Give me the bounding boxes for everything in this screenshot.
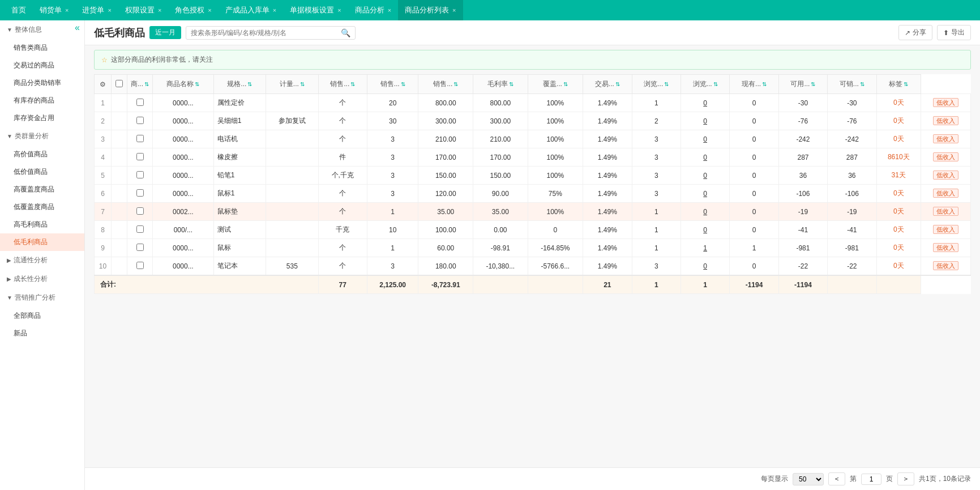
row-check[interactable] bbox=[136, 189, 144, 197]
sidebar-item-high-margin[interactable]: 高毛利商品 bbox=[0, 216, 84, 233]
row-checkbox[interactable] bbox=[127, 185, 153, 203]
sidebar-group-cluster[interactable]: ▼ 类群量分析 bbox=[0, 127, 84, 146]
page-input[interactable] bbox=[861, 474, 881, 485]
sidebar-group-overall[interactable]: ▼ 整体信息 bbox=[0, 20, 70, 39]
row-check[interactable] bbox=[136, 225, 144, 233]
row-view1[interactable]: 0 bbox=[681, 94, 729, 112]
row-name: 鼠标1 bbox=[213, 185, 266, 203]
row-checkbox[interactable] bbox=[127, 130, 153, 148]
row-view1[interactable]: 0 bbox=[681, 148, 729, 167]
export-button[interactable]: ⬆ 导出 bbox=[937, 25, 971, 40]
row-checkbox[interactable] bbox=[127, 148, 153, 167]
sidebar-item-high-value[interactable]: 高价值商品 bbox=[0, 146, 84, 163]
nav-sales[interactable]: 销货单 × bbox=[33, 0, 75, 20]
nav-permissions[interactable]: 权限设置 × bbox=[118, 0, 168, 20]
select-all-checkbox[interactable] bbox=[115, 80, 123, 87]
col-code[interactable]: 商...⇅ bbox=[127, 75, 153, 94]
row-view1[interactable]: 0 bbox=[681, 203, 729, 221]
row-check[interactable] bbox=[136, 117, 144, 124]
col-transaction[interactable]: 交易...⇅ bbox=[583, 75, 632, 94]
close-icon[interactable]: × bbox=[208, 7, 211, 14]
row-checkbox[interactable] bbox=[127, 167, 153, 185]
row-check[interactable] bbox=[136, 171, 144, 178]
per-page-select[interactable]: 50 20 100 bbox=[793, 473, 824, 485]
sidebar-item-low-coverage[interactable]: 低覆盖度商品 bbox=[0, 198, 84, 216]
row-checkbox[interactable] bbox=[127, 239, 153, 257]
share-button[interactable]: ↗ 分享 bbox=[898, 25, 932, 40]
sidebar-item-all-products[interactable]: 全部商品 bbox=[0, 307, 84, 325]
nav-home[interactable]: 首页 bbox=[5, 0, 33, 20]
col-qty[interactable]: 销售...⇅ bbox=[318, 75, 367, 94]
col-settings[interactable]: ⚙ bbox=[95, 75, 112, 94]
nav-products[interactable]: 产成品入库单 × bbox=[219, 0, 283, 20]
table-wrapper: ⚙ 商...⇅ 商品名称⇅ 规格...⇅ 计量...⇅ 销售...⇅ 销售...… bbox=[85, 74, 980, 467]
col-current[interactable]: 现有...⇅ bbox=[730, 75, 778, 94]
row-checkbox[interactable] bbox=[127, 257, 153, 276]
nav-purchase[interactable]: 进货单 × bbox=[75, 0, 118, 20]
sidebar-item-high-coverage[interactable]: 高覆盖度商品 bbox=[0, 181, 84, 198]
col-tag[interactable]: 标签⇅ bbox=[876, 75, 921, 94]
row-check[interactable] bbox=[136, 207, 144, 215]
row-view1[interactable]: 0 bbox=[681, 221, 729, 239]
row-check[interactable] bbox=[136, 262, 144, 269]
row-view1[interactable]: 0 bbox=[681, 257, 729, 276]
nav-analysis[interactable]: 商品分析 × bbox=[348, 0, 398, 20]
row-view1[interactable]: 0 bbox=[681, 185, 729, 203]
row-checkbox[interactable] bbox=[127, 94, 153, 112]
col-checkbox[interactable] bbox=[112, 75, 127, 94]
sidebar-item-traded[interactable]: 交易过的商品 bbox=[0, 57, 84, 74]
search-input[interactable] bbox=[191, 29, 341, 37]
col-view2[interactable]: 浏览...⇅ bbox=[681, 75, 729, 94]
col-amount[interactable]: 销售...⇅ bbox=[418, 75, 473, 94]
sidebar-collapse-button[interactable]: « bbox=[72, 23, 82, 33]
close-icon[interactable]: × bbox=[452, 7, 456, 14]
col-spec[interactable]: 规格...⇅ bbox=[213, 75, 266, 94]
sidebar-item-low-margin[interactable]: 低毛利商品 bbox=[0, 233, 84, 251]
close-icon[interactable]: × bbox=[108, 7, 111, 14]
row-code: 000/... bbox=[153, 221, 214, 239]
row-spec bbox=[266, 94, 318, 112]
row-view2: 0 bbox=[730, 167, 778, 185]
nav-roles[interactable]: 角色授权 × bbox=[168, 0, 218, 20]
row-view1[interactable]: 0 bbox=[681, 112, 729, 130]
col-name[interactable]: 商品名称⇅ bbox=[153, 75, 214, 94]
sidebar-group-growth[interactable]: ▶ 成长性分析 bbox=[0, 270, 84, 288]
row-view1[interactable]: 1 bbox=[681, 239, 729, 257]
sidebar-item-low-value[interactable]: 低价值商品 bbox=[0, 163, 84, 181]
col-available[interactable]: 可用...⇅ bbox=[778, 75, 827, 94]
sidebar-item-capital[interactable]: 库存资金占用 bbox=[0, 109, 84, 127]
close-icon[interactable]: × bbox=[337, 7, 341, 14]
sidebar-group-marketing[interactable]: ▼ 营销推广分析 bbox=[0, 288, 84, 307]
sidebar-item-category-rate[interactable]: 商品分类助销率 bbox=[0, 74, 84, 92]
col-gross-margin[interactable]: 毛利率⇅ bbox=[473, 75, 528, 94]
row-view1[interactable]: 0 bbox=[681, 130, 729, 148]
row-checkbox[interactable] bbox=[127, 203, 153, 221]
col-unit[interactable]: 计量...⇅ bbox=[266, 75, 318, 94]
next-page-button[interactable]: ＞ bbox=[897, 472, 914, 485]
period-button[interactable]: 近一月 bbox=[149, 26, 181, 39]
row-gross-margin: -5766.6... bbox=[528, 257, 583, 276]
row-check[interactable] bbox=[136, 99, 144, 106]
col-price[interactable]: 销售...⇅ bbox=[367, 75, 418, 94]
sidebar-item-sales-products[interactable]: 销售类商品 bbox=[0, 39, 84, 57]
col-view1[interactable]: 浏览...⇅ bbox=[632, 75, 681, 94]
close-icon[interactable]: × bbox=[273, 7, 276, 14]
row-check[interactable] bbox=[136, 244, 144, 251]
row-checkbox[interactable] bbox=[127, 112, 153, 130]
col-coverage[interactable]: 覆盖...⇅ bbox=[528, 75, 583, 94]
nav-template[interactable]: 单据模板设置 × bbox=[283, 0, 348, 20]
sidebar-item-in-stock[interactable]: 有库存的商品 bbox=[0, 92, 84, 109]
row-checkbox[interactable] bbox=[127, 221, 153, 239]
row-check[interactable] bbox=[136, 135, 144, 142]
sidebar-item-new-products[interactable]: 新品 bbox=[0, 325, 84, 342]
sidebar-group-flow[interactable]: ▶ 流通性分析 bbox=[0, 251, 84, 270]
col-saleable[interactable]: 可销...⇅ bbox=[828, 75, 876, 94]
close-icon[interactable]: × bbox=[158, 7, 161, 14]
close-icon[interactable]: × bbox=[65, 7, 69, 14]
row-view1[interactable]: 0 bbox=[681, 167, 729, 185]
prev-page-button[interactable]: ＜ bbox=[828, 472, 845, 485]
row-price: 120.00 bbox=[418, 185, 473, 203]
nav-analysis-list[interactable]: 商品分析列表 × bbox=[398, 0, 463, 20]
row-check[interactable] bbox=[136, 153, 144, 160]
close-icon[interactable]: × bbox=[388, 7, 391, 14]
